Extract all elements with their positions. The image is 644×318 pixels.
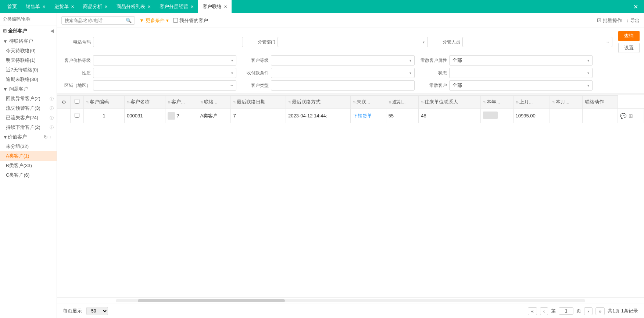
sidebar-item-declining[interactable]: 持续下滑客户(2) ⓘ — [0, 123, 57, 132]
status-field: 状态 ▾ — [418, 68, 593, 78]
pagination-bar: 每页显示 50 100 200 « ‹ 第 页 › » 共1页 1条记录 — [57, 304, 644, 318]
table-header-overdue[interactable]: ⇅逾期... — [386, 96, 419, 109]
sidebar-item-ungrouped[interactable]: 未分组(32) — [0, 142, 57, 151]
table-header-contact-person[interactable]: ⇅往来单位联系人 — [419, 96, 481, 109]
nav-tab-sales[interactable]: 销售单 ✕ — [21, 0, 50, 13]
more-filter-button[interactable]: ▼ 更多条件 ▾ — [139, 17, 169, 24]
next-page-button[interactable]: › — [584, 307, 592, 315]
retail-customer-control[interactable]: 全部 ▾ — [449, 80, 593, 91]
table-header-gear[interactable]: ⚙ — [57, 96, 71, 109]
nav-tab-sales-close[interactable]: ✕ — [42, 4, 46, 9]
last-page-button[interactable]: » — [595, 307, 605, 315]
table-area: ⚙ ⇅客户编码 ⇅客户名称 ⇅客户... — [57, 95, 644, 297]
sidebar-item-tomorrow[interactable]: 明天待联络(1) — [0, 56, 57, 65]
sidebar-item-b-class[interactable]: B类客户(33) — [0, 161, 57, 170]
table-header-code[interactable]: ⇅客户编码 — [84, 96, 125, 109]
nav-tab-analysis-close[interactable]: ✕ — [104, 4, 108, 9]
last-method-link[interactable]: 下销货单 — [353, 113, 372, 119]
sort-icon-no-contact: ⇅ — [353, 100, 356, 104]
nav-tab-purchase[interactable]: 进货单 ✕ — [50, 0, 79, 13]
batch-ops-button[interactable]: ☑ 批量操作 — [597, 17, 622, 24]
sidebar-add-icon[interactable]: + — [49, 134, 52, 140]
customer-level-label: 客户等级 — [239, 57, 269, 64]
table-header-type[interactable]: ⇅客户... — [165, 96, 198, 109]
content-area: 🔍 ▼ 更多条件 ▾ 我分管的客户 ☑ 批量操作 ↓ 导出 — [57, 13, 644, 318]
retail-attr-control[interactable]: 全部 ▾ — [449, 55, 593, 66]
sidebar-search-input[interactable] — [3, 17, 57, 22]
row-checkbox[interactable] — [75, 113, 79, 118]
nav-tab-purchase-close[interactable]: ✕ — [71, 4, 74, 9]
prev-page-button[interactable]: ‹ — [540, 307, 548, 315]
sidebar-pending-section: ▼ 待联络客户 — [0, 36, 57, 46]
export-button[interactable]: ↓ 导出 — [626, 17, 640, 24]
sidebar-item-7days[interactable]: 近7天待联络(0) — [0, 65, 57, 75]
table-header-contact-count[interactable]: ⇅联络... — [198, 96, 231, 109]
first-page-button[interactable]: « — [528, 307, 537, 315]
nav-home[interactable]: 首页 — [3, 0, 21, 13]
sidebar-item-a-class[interactable]: A类客户(1) — [0, 151, 57, 161]
main-search-input[interactable] — [65, 18, 126, 23]
window-close-button[interactable]: ✕ — [630, 3, 641, 10]
nav-tab-analysis-list-close[interactable]: ✕ — [147, 4, 151, 9]
table-header-name[interactable]: ⇅客户名称 — [125, 96, 165, 109]
sidebar-item-7days-label: 近7天待联络(0) — [6, 67, 38, 73]
region-label: 区域（地区） — [61, 82, 91, 89]
dept-control[interactable]: ▾ — [278, 37, 427, 47]
nav-tab-analysis[interactable]: 商品分析 ✕ — [79, 0, 112, 13]
my-customers-checkbox[interactable] — [173, 18, 178, 23]
top-nav: 首页 销售单 ✕ 进货单 ✕ 商品分析 ✕ 商品分析列表 ✕ 客户分层经营 ✕ … — [0, 0, 644, 13]
status-control[interactable]: ▾ — [449, 68, 593, 78]
person-control[interactable]: ··· — [462, 37, 612, 47]
sort-icon-method: ⇅ — [288, 100, 291, 104]
region-control[interactable]: ··· — [93, 80, 236, 91]
row-index: 1 — [84, 109, 125, 123]
sidebar-item-repurchase-anomaly[interactable]: 回购异常客户(2) ⓘ — [0, 94, 57, 103]
retail-customer-label: 零散客户 — [418, 82, 447, 89]
table-header-last-month[interactable]: ⇅上月... — [513, 96, 550, 109]
sort-icon-year: ⇅ — [483, 100, 486, 104]
phone-label: 电话号码 — [61, 39, 91, 45]
nav-tab-analysis-list[interactable]: 商品分析列表 ✕ — [112, 0, 155, 13]
table-header-last-date[interactable]: ⇅最后联络日期 — [231, 96, 286, 109]
sidebar-all-customers[interactable]: ⊞ 全部客户 ◀ — [0, 25, 57, 36]
sidebar-item-c-class[interactable]: C类客户(6) — [0, 170, 57, 180]
nav-tab-customer-contact-close[interactable]: ✕ — [224, 4, 227, 9]
region-field: 区域（地区） ··· — [61, 80, 236, 91]
sidebar-item-overdue[interactable]: 逾期未联络(30) — [0, 75, 57, 84]
row-code: 000031 — [125, 109, 165, 123]
filter-row-4: 区域（地区） ··· 客户类型 零散客户 全部 ▾ — [61, 80, 640, 91]
sidebar-refresh-icon[interactable]: ↻ — [44, 134, 48, 140]
customer-level-control[interactable]: ▾ — [271, 55, 414, 66]
main-search-icon[interactable]: 🔍 — [126, 18, 132, 23]
table-header-last-method[interactable]: ⇅最后联络方式 — [286, 96, 351, 109]
nav-tab-purchase-label: 进货单 — [54, 3, 69, 10]
row-type: A类客户 — [198, 109, 231, 123]
nav-tab-customer-tier-close[interactable]: ✕ — [190, 4, 194, 9]
page-input[interactable] — [559, 307, 573, 315]
action-more-icon[interactable]: ⊞ — [629, 113, 633, 119]
nav-tab-customer-tier[interactable]: 客户分层经营 ✕ — [155, 0, 198, 13]
retail-attr-field: 零散客户属性 全部 ▾ — [418, 55, 593, 66]
nav-tab-customer-contact[interactable]: 客户联络 ✕ — [198, 0, 232, 13]
scrollbar-thumb[interactable] — [138, 299, 285, 302]
settings-button[interactable]: 设置 — [618, 43, 640, 53]
row-check — [71, 109, 84, 123]
price-level-control[interactable]: ▾ — [93, 55, 236, 66]
action-message-icon[interactable]: 💬 — [620, 113, 626, 119]
sidebar-item-today[interactable]: 今天待联络(0) — [0, 46, 57, 56]
sidebar: 🔍 ⊞ 全部客户 ◀ ▼ 待联络客户 今天待联络(0) 明天待联络(1) 近7天… — [0, 13, 57, 318]
sidebar-item-churn-warning[interactable]: 流失预警客户(3) ⓘ — [0, 103, 57, 113]
select-all-checkbox[interactable] — [75, 99, 79, 104]
nature-control[interactable]: ▾ — [93, 68, 236, 78]
table-header-this-year[interactable]: ⇅本年... — [480, 96, 513, 109]
payment-control[interactable]: ▾ — [271, 68, 414, 78]
query-button[interactable]: 查询 — [618, 31, 640, 41]
customer-type-control[interactable] — [271, 80, 414, 91]
table-header-no-contact[interactable]: ⇅未联... — [351, 96, 386, 109]
per-page-select[interactable]: 50 100 200 — [86, 307, 108, 315]
table-header-this-month[interactable]: ⇅本月... — [550, 96, 583, 109]
horizontal-scrollbar[interactable] — [116, 299, 585, 302]
sidebar-item-churned[interactable]: 已流失客户(24) ⓘ — [0, 113, 57, 123]
phone-control[interactable] — [93, 37, 243, 47]
sidebar-item-ungrouped-label: 未分组(32) — [6, 143, 29, 150]
